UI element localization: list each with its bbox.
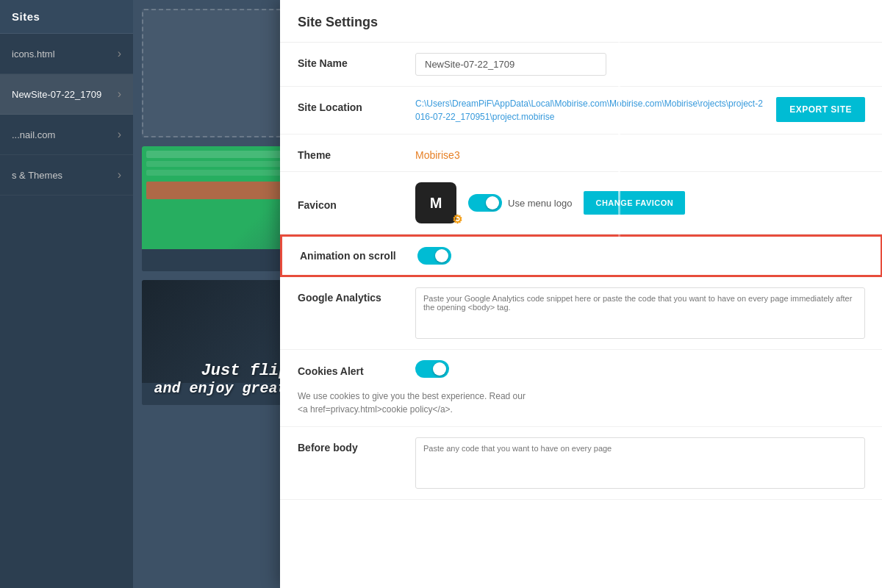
google-analytics-row: Google Analytics: [280, 277, 882, 350]
before-body-row: Before body: [280, 427, 882, 500]
cookies-text: We use cookies to give you the best expe…: [298, 390, 526, 416]
sidebar: Sites icons.html › NewSite-07-22_1709 › …: [0, 0, 133, 588]
favicon-icon: M ⚙: [415, 182, 456, 223]
use-menu-logo-label: Use menu logo: [508, 198, 572, 209]
animation-on-scroll-toggle[interactable]: [417, 247, 451, 265]
sites-header: Sites: [0, 0, 133, 34]
main-content: + Create New Site or Import Mobirise Sit…: [133, 0, 882, 588]
cookies-alert-row: Cookies Alert We use cookies to give you…: [280, 350, 882, 427]
sidebar-item-themes[interactable]: s & Themes ›: [0, 155, 133, 196]
sidebar-item-label-newsite: NewSite-07-22_1709: [12, 89, 101, 100]
export-site-button[interactable]: EXPORT SITE: [776, 97, 865, 122]
site-location-row: Site Location C:\Users\DreamPiF\AppData\…: [280, 87, 882, 135]
favicon-gear-icon: ⚙: [452, 212, 462, 226]
favicon-row: Favicon M ⚙ Use menu logo CHANGE FAVICON: [280, 172, 882, 234]
settings-panel: Site Settings Site Name Site Location C:…: [280, 0, 882, 588]
sidebar-item-label-themes: s & Themes: [12, 170, 62, 181]
google-analytics-input[interactable]: [415, 287, 865, 339]
chevron-right-icon: ›: [118, 168, 121, 182]
favicon-letter: M: [430, 195, 442, 212]
change-favicon-button[interactable]: CHANGE FAVICON: [584, 191, 685, 215]
chevron-right-icon: ›: [118, 87, 121, 101]
animation-on-scroll-row: Animation on scroll: [280, 234, 882, 277]
chevron-right-icon: ›: [118, 47, 121, 60]
cookies-alert-label: Cookies Alert: [298, 361, 415, 377]
google-analytics-label: Google Analytics: [298, 287, 415, 304]
site-name-value: [415, 53, 865, 76]
animation-on-scroll-label: Animation on scroll: [300, 250, 417, 262]
before-body-input[interactable]: [415, 437, 865, 489]
site-name-label: Site Name: [298, 53, 415, 69]
site-name-input[interactable]: [415, 53, 606, 76]
sidebar-item-icons[interactable]: icons.html ›: [0, 34, 133, 74]
sidebar-item-label-icons: icons.html: [12, 49, 55, 60]
vertical-divider: [618, 0, 620, 272]
sidebar-item-label-mail: ...nail.com: [12, 129, 55, 140]
sidebar-item-newsite[interactable]: NewSite-07-22_1709 ›: [0, 74, 133, 115]
favicon-label: Favicon: [298, 195, 415, 211]
theme-value: Mobirise3: [415, 145, 460, 161]
theme-row: Theme Mobirise3: [280, 135, 882, 172]
site-location-label: Site Location: [298, 97, 415, 113]
cookies-alert-header: Cookies Alert: [298, 360, 865, 378]
cookies-alert-toggle[interactable]: [415, 360, 449, 378]
settings-title: Site Settings: [280, 0, 882, 43]
site-location-value: C:\Users\DreamPiF\AppData\Local\Mobirise…: [415, 97, 764, 123]
site-location-path: C:\Users\DreamPiF\AppData\Local\Mobirise…: [415, 97, 764, 123]
chevron-right-icon: ›: [118, 128, 121, 141]
favicon-area: M ⚙ Use menu logo CHANGE FAVICON: [415, 182, 685, 223]
use-logo-row: Use menu logo: [468, 194, 572, 212]
theme-label: Theme: [298, 145, 415, 161]
sidebar-item-mail[interactable]: ...nail.com ›: [0, 115, 133, 155]
site-name-row: Site Name: [280, 43, 882, 87]
before-body-label: Before body: [298, 437, 415, 453]
use-menu-logo-toggle[interactable]: [468, 194, 502, 212]
